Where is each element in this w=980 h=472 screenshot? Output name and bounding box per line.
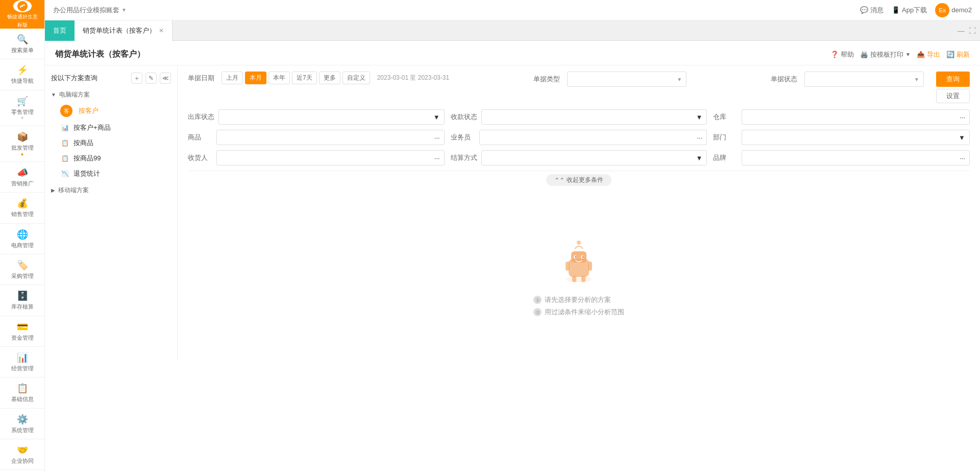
goods-input[interactable]: ··· bbox=[216, 130, 445, 145]
sidebar-item-sales[interactable]: 💰 销售管理 bbox=[0, 193, 44, 223]
header-left: 办公用品行业模拟账套 ▼ bbox=[53, 6, 127, 15]
status-select[interactable]: ▼ bbox=[804, 72, 924, 87]
settle-label: 结算方式 bbox=[451, 153, 477, 162]
dept-select[interactable]: ▼ bbox=[742, 130, 970, 145]
sidebar-item-base[interactable]: 📋 基础信息 bbox=[0, 377, 44, 408]
scheme-item-return-stats[interactable]: 📉 退货统计 bbox=[45, 166, 177, 181]
filter-row-4: 收货人 ··· 结算方式 ▼ bbox=[188, 150, 970, 166]
tip-num-2: ② bbox=[533, 308, 542, 316]
goods-dots: ··· bbox=[434, 134, 440, 141]
collapse-button[interactable]: ⌃⌃ 收起更多条件 bbox=[546, 174, 611, 186]
warehouse-input[interactable]: ··· bbox=[742, 109, 970, 125]
pay-status-select[interactable]: ▼ bbox=[481, 109, 707, 125]
sidebar-item-system[interactable]: ⚙️ 系统管理 bbox=[0, 409, 44, 439]
empty-tips: ① 请先选择要分析的方案 ② 用过滤条件来缩小分析范围 bbox=[533, 295, 624, 320]
user-profile[interactable]: Ea demo2 bbox=[935, 3, 972, 17]
sidebar-item-guide[interactable]: 🆕 新手引导 bbox=[0, 470, 44, 472]
sidebar-item-inventory[interactable]: 🗄️ 库存核算 bbox=[0, 285, 44, 316]
date-this-year[interactable]: 本年 bbox=[268, 72, 290, 84]
customer-active-icon: 客 bbox=[60, 105, 72, 117]
message-button[interactable]: 💬 消息 bbox=[860, 6, 884, 15]
purchase-icon: 🏷️ bbox=[17, 259, 28, 271]
out-status-select[interactable]: ▼ bbox=[218, 109, 445, 125]
sidebar-item-wholesale[interactable]: 📦 批发管理 ▲ bbox=[0, 126, 44, 162]
date-filter-label: 单据日期 bbox=[188, 74, 218, 83]
receiver-input[interactable]: ··· bbox=[216, 150, 445, 166]
mobile-group-label: 移动端方案 bbox=[58, 186, 89, 195]
tip-text-2: 用过滤条件来缩小分析范围 bbox=[545, 308, 624, 317]
sidebar-item-search[interactable]: 🔍 搜索菜单 bbox=[0, 29, 44, 59]
account-name: 办公用品行业模拟账套 bbox=[53, 6, 119, 15]
receiver-dots: ··· bbox=[434, 154, 440, 162]
sidebar-item-ecom[interactable]: 🌐 电商管理 bbox=[0, 224, 44, 254]
scheme-item-goods99-label: 按商品99 bbox=[74, 154, 101, 163]
refresh-button[interactable]: 🔄 刷新 bbox=[946, 50, 970, 59]
receiver-label: 收货人 bbox=[188, 153, 212, 162]
edit-scheme-button[interactable]: ✎ bbox=[145, 73, 157, 84]
goods-label: 商品 bbox=[188, 133, 212, 142]
scheme-panel-actions: ＋ ✎ ≪ bbox=[131, 73, 171, 84]
sidebar-item-marketing[interactable]: 📣 营销推广 bbox=[0, 162, 44, 193]
setting-button[interactable]: 设置 bbox=[936, 89, 970, 103]
scheme-item-by-customer-goods[interactable]: 📊 按客户+商品 bbox=[45, 120, 177, 135]
salesman-input[interactable]: ··· bbox=[479, 130, 707, 145]
date-last-7days[interactable]: 近7天 bbox=[292, 72, 317, 84]
export-button[interactable]: 📤 导出 bbox=[917, 50, 940, 59]
date-last-month[interactable]: 上月 bbox=[222, 72, 243, 84]
refresh-icon: 🔄 bbox=[946, 51, 954, 58]
body-layout: 按以下方案查询 ＋ ✎ ≪ ▼ 电脑端方案 客 bbox=[45, 65, 980, 361]
type-select[interactable]: ▼ bbox=[567, 72, 687, 87]
status-label: 单据状态 bbox=[771, 75, 801, 84]
print-dropdown-icon: ▼ bbox=[905, 52, 911, 57]
scheme-group-mobile-header[interactable]: ▶ 移动端方案 bbox=[45, 183, 177, 197]
brand-input[interactable]: ··· bbox=[742, 150, 970, 166]
table-icon: 📋 bbox=[60, 138, 69, 148]
scheme-item-by-goods[interactable]: 📋 按商品 bbox=[45, 135, 177, 151]
tab-close-icon[interactable]: ✕ bbox=[159, 27, 164, 34]
tab-sales-stats[interactable]: 销货单统计表（按客户） ✕ bbox=[75, 20, 173, 41]
sidebar-item-retail[interactable]: 🛒 零售管理 ▼ bbox=[0, 90, 44, 126]
message-icon: 💬 bbox=[860, 6, 868, 14]
collab-icon: 🤝 bbox=[17, 444, 28, 456]
account-dropdown[interactable]: 办公用品行业模拟账套 ▼ bbox=[53, 6, 127, 15]
export-icon: 📤 bbox=[917, 51, 925, 58]
add-scheme-button[interactable]: ＋ bbox=[131, 73, 142, 84]
filter-results-area: 单据日期 上月 本月 本年 近7天 更多 自定义 2023-03-01 至 20… bbox=[178, 65, 980, 361]
salesman-dots: ··· bbox=[697, 134, 702, 141]
collapse-label: 收起更多条件 bbox=[567, 176, 603, 184]
template-print-button[interactable]: 🖨️ 按模板打印 ▼ bbox=[860, 50, 911, 59]
sidebar-item-ops[interactable]: 📊 经营管理 bbox=[0, 347, 44, 377]
base-icon: 📋 bbox=[17, 383, 28, 394]
scheme-item-return-label: 退货统计 bbox=[74, 169, 100, 178]
sidebar-item-nav[interactable]: ⚡ 快捷导航 bbox=[0, 59, 44, 90]
date-more[interactable]: 更多 bbox=[319, 72, 340, 84]
date-this-month[interactable]: 本月 bbox=[245, 72, 266, 84]
sidebar-item-finance[interactable]: 💳 资金管理 bbox=[0, 316, 44, 347]
app-download-button[interactable]: 📱 App下载 bbox=[892, 6, 927, 15]
scheme-item-by-goods99[interactable]: 📋 按商品99 bbox=[45, 151, 177, 166]
tab-maximize-icon[interactable]: ⛶ bbox=[969, 27, 976, 35]
tab-actions: — ⛶ bbox=[958, 27, 980, 35]
collapse-scheme-button[interactable]: ≪ bbox=[160, 73, 171, 84]
settle-select[interactable]: ▼ bbox=[481, 150, 707, 166]
settle-dropdown: ▼ bbox=[696, 154, 702, 162]
table2-icon: 📋 bbox=[60, 154, 69, 163]
action-buttons: 查询 设置 bbox=[936, 72, 970, 103]
scheme-item-by-customer[interactable]: 客 按客户 bbox=[45, 102, 177, 120]
scheme-panel: 按以下方案查询 ＋ ✎ ≪ ▼ 电脑端方案 客 bbox=[45, 65, 178, 361]
scheme-item-cg-label: 按客户+商品 bbox=[74, 123, 111, 132]
desktop-arrow-icon: ▼ bbox=[51, 92, 56, 98]
date-custom[interactable]: 自定义 bbox=[342, 72, 370, 84]
query-button[interactable]: 查询 bbox=[936, 72, 970, 87]
tab-minimize-icon[interactable]: — bbox=[958, 27, 965, 35]
tab-home[interactable]: 首页 bbox=[45, 20, 75, 41]
sidebar-item-purchase[interactable]: 🏷️ 采购管理 bbox=[0, 254, 44, 285]
pay-status-label: 收款状态 bbox=[451, 112, 477, 122]
app-name: 畅捷通好生意 bbox=[7, 13, 38, 20]
scheme-group-desktop-header[interactable]: ▼ 电脑端方案 bbox=[45, 88, 177, 102]
scheme-item-customer-label: 按客户 bbox=[79, 106, 99, 115]
help-button[interactable]: ❓ 帮助 bbox=[830, 50, 854, 59]
pay-status-cell: 收款状态 ▼ bbox=[451, 109, 707, 125]
sidebar-item-collab[interactable]: 🤝 企业协同 bbox=[0, 439, 44, 470]
type-filter-group: 单据类型 ▼ bbox=[533, 72, 687, 87]
